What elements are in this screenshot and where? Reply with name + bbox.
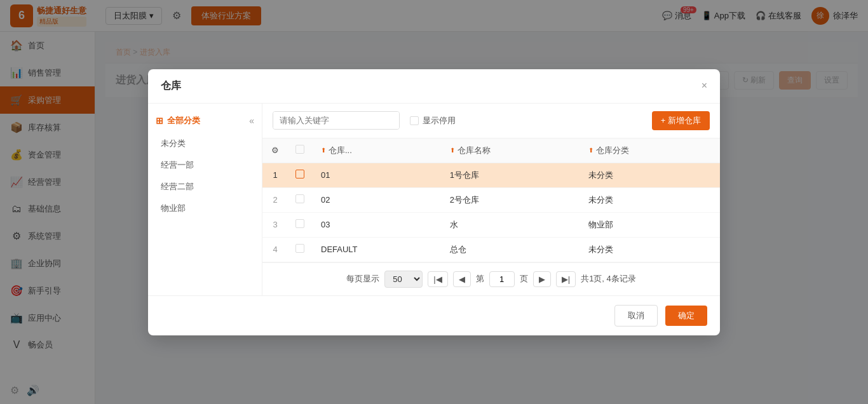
row-category: 物业部 bbox=[581, 212, 720, 237]
modal-close-btn[interactable]: × bbox=[702, 80, 707, 91]
page-unit: 页 bbox=[520, 273, 528, 285]
show-disabled-toggle[interactable]: 显示停用 bbox=[410, 115, 456, 126]
confirm-btn[interactable]: 确定 bbox=[665, 306, 707, 326]
page-last-btn[interactable]: ▶| bbox=[556, 271, 576, 287]
table-body: 1 01 1号仓库 未分类 2 bbox=[262, 163, 720, 262]
row-code: 01 bbox=[313, 163, 442, 187]
table-header-row: ⚙ ⬆ 仓库... bbox=[262, 138, 720, 163]
total-info: 共1页, 4条记录 bbox=[581, 273, 636, 285]
row-category: 未分类 bbox=[581, 163, 720, 187]
table-row[interactable]: 3 03 水 物业部 bbox=[262, 212, 720, 237]
category-tree: ⊞ 全部分类 « 未分类 经营一部 经营二部 物业部 bbox=[148, 104, 262, 295]
row-num: 3 bbox=[262, 212, 288, 237]
row-name: 2号仓库 bbox=[442, 187, 581, 212]
warehouse-table: ⚙ ⬆ 仓库... bbox=[262, 138, 720, 262]
sort-icon-cat: ⬆ bbox=[588, 147, 593, 154]
row-category: 未分类 bbox=[581, 187, 720, 212]
modal-body: ⊞ 全部分类 « 未分类 经营一部 经营二部 物业部 bbox=[148, 104, 720, 295]
th-checkbox bbox=[288, 138, 313, 163]
tree-header: ⊞ 全部分类 « bbox=[148, 111, 262, 133]
page-next-btn[interactable]: ▶ bbox=[533, 271, 551, 287]
content-panel: 🔍 显示停用 + 新增仓库 bbox=[262, 104, 720, 295]
row-checkbox bbox=[288, 237, 313, 262]
sort-icon-name: ⬆ bbox=[450, 147, 455, 154]
page-label: 第 bbox=[476, 273, 484, 285]
add-warehouse-btn[interactable]: + 新增仓库 bbox=[652, 111, 710, 130]
page-prev-btn[interactable]: ◀ bbox=[453, 271, 471, 287]
row-code: 03 bbox=[313, 212, 442, 237]
row-num: 4 bbox=[262, 237, 288, 262]
warehouse-table-element: ⚙ ⬆ 仓库... bbox=[262, 138, 720, 262]
all-category-label: 全部分类 bbox=[167, 115, 200, 126]
tree-item-property[interactable]: 物业部 bbox=[148, 198, 262, 219]
cancel-btn[interactable]: 取消 bbox=[614, 305, 658, 327]
row-checkbox bbox=[288, 163, 313, 187]
row-select-checkbox[interactable] bbox=[295, 194, 304, 203]
row-select-checkbox[interactable] bbox=[295, 170, 304, 178]
row-code: DEFAULT bbox=[313, 237, 442, 262]
table-row[interactable]: 1 01 1号仓库 未分类 bbox=[262, 163, 720, 187]
per-page-select[interactable]: 50 100 200 bbox=[384, 271, 423, 288]
search-btn[interactable]: 🔍 bbox=[393, 112, 400, 129]
row-name: 1号仓库 bbox=[442, 163, 581, 187]
row-num: 1 bbox=[262, 163, 288, 187]
modal-header: 仓库 × bbox=[148, 69, 720, 104]
tree-collapse-btn[interactable]: « bbox=[249, 116, 254, 126]
th-gear: ⚙ bbox=[262, 138, 288, 163]
row-code: 02 bbox=[313, 187, 442, 212]
tree-item-dept1[interactable]: 经营一部 bbox=[148, 154, 262, 176]
row-select-checkbox[interactable] bbox=[295, 219, 304, 228]
modal-title: 仓库 bbox=[161, 79, 181, 93]
table-row[interactable]: 2 02 2号仓库 未分类 bbox=[262, 187, 720, 212]
warehouse-modal: 仓库 × ⊞ 全部分类 « 未分类 经营一部 bbox=[148, 69, 720, 335]
modal-overlay: 仓库 × ⊞ 全部分类 « 未分类 经营一部 bbox=[0, 0, 868, 404]
all-category-btn[interactable]: ⊞ 全部分类 bbox=[156, 115, 200, 126]
tree-item-dept2[interactable]: 经营二部 bbox=[148, 176, 262, 198]
row-select-checkbox[interactable] bbox=[295, 244, 304, 253]
disabled-checkbox[interactable] bbox=[410, 116, 419, 125]
page-first-btn[interactable]: |◀ bbox=[428, 271, 447, 287]
row-checkbox bbox=[288, 212, 313, 237]
th-name: ⬆ 仓库名称 bbox=[442, 138, 581, 163]
th-category: ⬆ 仓库分类 bbox=[581, 138, 720, 163]
row-name: 水 bbox=[442, 212, 581, 237]
page-number-input[interactable] bbox=[489, 271, 515, 287]
search-box: 🔍 bbox=[273, 111, 400, 130]
grid-icon: ⊞ bbox=[156, 116, 163, 126]
pagination: 每页显示 50 100 200 |◀ ◀ 第 页 ▶ ▶| 共1页, 4条记录 bbox=[262, 262, 720, 295]
sort-icon-code: ⬆ bbox=[321, 147, 326, 154]
header-checkbox[interactable] bbox=[295, 145, 304, 154]
row-category: 未分类 bbox=[581, 237, 720, 262]
per-page-label: 每页显示 bbox=[346, 273, 379, 285]
search-input[interactable] bbox=[273, 112, 393, 129]
show-disabled-label: 显示停用 bbox=[423, 115, 456, 126]
gear-icon: ⚙ bbox=[271, 145, 279, 155]
tree-item-unclassified[interactable]: 未分类 bbox=[148, 133, 262, 154]
row-checkbox bbox=[288, 187, 313, 212]
row-name: 总仓 bbox=[442, 237, 581, 262]
content-toolbar: 🔍 显示停用 + 新增仓库 bbox=[262, 104, 720, 138]
row-num: 2 bbox=[262, 187, 288, 212]
table-row[interactable]: 4 DEFAULT 总仓 未分类 bbox=[262, 237, 720, 262]
th-code: ⬆ 仓库... bbox=[313, 138, 442, 163]
modal-footer: 取消 确定 bbox=[148, 295, 720, 335]
